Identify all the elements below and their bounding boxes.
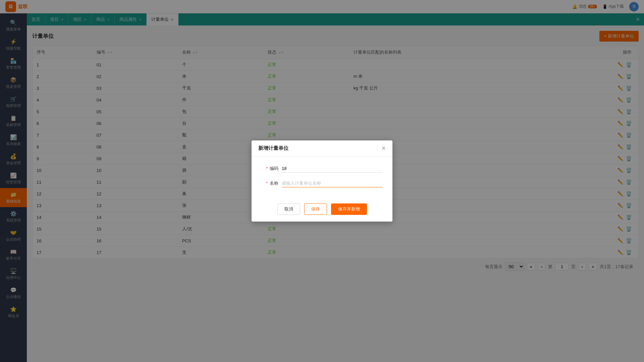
form-label-code: * 编码 bbox=[262, 166, 278, 172]
save-and-new-button[interactable]: 保存并新增 bbox=[331, 203, 367, 215]
form-label-name: * 名称 bbox=[262, 180, 278, 186]
form-row-code: * 编码 bbox=[262, 165, 382, 173]
name-input[interactable] bbox=[282, 179, 382, 187]
add-unit-dialog: 新增计量单位 ✕ * 编码 * 名称 取消 保存 保存并新增 bbox=[252, 140, 392, 222]
dialog-body: * 编码 * 名称 bbox=[252, 157, 392, 199]
code-input[interactable] bbox=[282, 165, 382, 173]
form-row-name: * 名称 bbox=[262, 179, 382, 187]
save-button[interactable]: 保存 bbox=[304, 203, 327, 215]
dialog-close-button[interactable]: ✕ bbox=[381, 145, 386, 152]
cancel-button[interactable]: 取消 bbox=[277, 203, 300, 215]
dialog-header: 新增计量单位 ✕ bbox=[252, 140, 392, 157]
dialog-overlay: 新增计量单位 ✕ * 编码 * 名称 取消 保存 保存并新增 bbox=[0, 0, 644, 362]
dialog-title: 新增计量单位 bbox=[258, 145, 288, 152]
dialog-footer: 取消 保存 保存并新增 bbox=[252, 199, 392, 222]
